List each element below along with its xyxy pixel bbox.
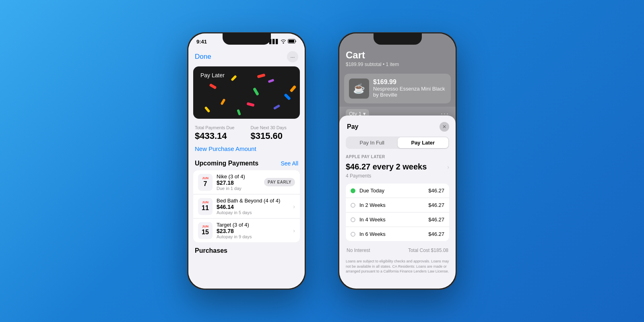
phone-2: Cart $189.99 subtotal • 1 item ☕ $169.99… <box>338 32 457 290</box>
item-info-bedbath: Bed Bath & Beyond (4 of 4) $46.14 Autopa… <box>217 198 289 215</box>
battery-icon <box>288 39 297 44</box>
month-target: JUN <box>202 225 208 228</box>
disclaimer-text: Loans are subject to eligibility checks … <box>346 259 449 274</box>
upcoming-title: Upcoming Payments <box>195 160 258 167</box>
apple-pay-logo: Pay <box>346 123 358 130</box>
payment-frequency: $46.27 every 2 weeks › <box>346 162 449 171</box>
item-sub-target: Autopay in 9 days <box>217 234 289 239</box>
tab-pay-in-full[interactable]: Pay In Full <box>347 137 398 148</box>
apple-pay-later-label: APPLE PAY LATER <box>346 155 449 159</box>
new-purchase-link[interactable]: New Purchase Amount <box>195 145 256 152</box>
payment-summary: Total Payments Due $433.14 Due Next 30 D… <box>188 124 305 145</box>
paylater-card[interactable]: Pay Later <box>193 66 300 119</box>
schedule-row-6w: In 6 Weeks $46.27 <box>346 227 449 241</box>
product-name: Nespresso Essenza Mini Black by Breville <box>373 86 446 98</box>
month-nike: JUN <box>202 176 208 180</box>
total-label: Total Payments Due <box>195 125 243 130</box>
notch-1 <box>223 33 271 45</box>
signal-icon: ▋▋▋ <box>269 39 279 44</box>
done-button[interactable]: Done <box>195 53 211 61</box>
phone-1-screen: 9:41 ▋▋▋ <box>188 33 305 289</box>
freq-chevron: › <box>447 164 449 170</box>
date-badge-bedbath: JUN 11 <box>198 198 213 215</box>
chevron-icon-target: › <box>293 227 295 234</box>
new-purchase-section: New Purchase Amount <box>188 145 305 157</box>
schedule-amount-today: $46.27 <box>428 188 444 194</box>
schedule-dot-2w <box>351 203 355 208</box>
total-cost-label: Total Cost $185.08 <box>408 248 448 253</box>
item-name-nike: Nike (3 of 4) <box>217 173 260 180</box>
schedule-label-6w: In 6 Weeks <box>359 231 424 237</box>
tab-selector: Pay In Full Pay Later <box>346 136 449 149</box>
month-bedbath: JUN <box>202 200 208 204</box>
svg-rect-1 <box>289 40 294 43</box>
nav-bar: Done ··· <box>188 48 305 66</box>
payment-item-target[interactable]: JUN 15 Target (3 of 4) $23.78 Autopay in… <box>193 219 300 242</box>
schedule-amount-6w: $46.27 <box>428 231 444 237</box>
item-info-target: Target (3 of 4) $23.78 Autopay in 9 days <box>217 222 289 239</box>
day-bedbath: 11 <box>202 204 209 212</box>
item-name-target: Target (3 of 4) <box>217 222 289 228</box>
payment-schedule: Due Today $46.27 In 2 Weeks $46.27 In 4 … <box>346 184 449 241</box>
freq-amount: $46.27 every 2 weeks <box>346 162 427 171</box>
cart-title: Cart <box>346 50 449 61</box>
date-badge-nike: JUN 7 <box>198 174 213 191</box>
schedule-dot-today <box>351 188 355 193</box>
phone-2-screen: Cart $189.99 subtotal • 1 item ☕ $169.99… <box>339 33 456 289</box>
schedule-row-4w: In 4 Weeks $46.27 <box>346 213 449 227</box>
phone-1: 9:41 ▋▋▋ <box>187 32 306 290</box>
pay-early-button[interactable]: PAY EARLY <box>264 178 295 186</box>
schedule-label-2w: In 2 Weeks <box>359 202 424 208</box>
apple-pay-text: Pay <box>347 123 358 130</box>
item-sub-bedbath: Autopay in 5 days <box>217 210 289 215</box>
status-icons-1: ▋▋▋ <box>269 39 297 44</box>
total-payments-col: Total Payments Due $433.14 <box>195 125 243 141</box>
tab-pay-later[interactable]: Pay Later <box>398 137 449 148</box>
see-all-button[interactable]: See All <box>281 160 298 167</box>
payment-list: JUN 7 Nike (3 of 4) $27.18 Due in 1 day … <box>193 170 300 242</box>
no-interest-label: No Interest <box>347 248 370 253</box>
ellipsis-icon: ··· <box>291 54 295 60</box>
cart-subtitle: $189.99 subtotal • 1 item <box>346 62 449 67</box>
schedule-row-2w: In 2 Weeks $46.27 <box>346 198 449 213</box>
close-button[interactable]: ✕ <box>440 122 449 132</box>
schedule-dot-6w <box>351 232 355 237</box>
product-price: $169.99 <box>373 78 446 86</box>
schedule-label-today: Due Today <box>359 188 424 194</box>
schedule-amount-2w: $46.27 <box>428 202 444 208</box>
schedule-amount-4w: $46.27 <box>428 217 444 223</box>
schedule-row-today: Due Today $46.27 <box>346 184 449 198</box>
date-badge-target: JUN 15 <box>198 222 213 239</box>
chevron-icon-bedbath: › <box>293 203 295 210</box>
notch-2 <box>374 33 422 45</box>
item-sub-nike: Due in 1 day <box>217 186 260 191</box>
due-next-col: Due Next 30 Days $315.60 <box>251 125 299 141</box>
apple-pay-sheet: Pay ✕ Pay In Full Pay Later APPLE PAY LA… <box>339 116 456 289</box>
day-nike: 7 <box>204 180 207 188</box>
payment-item-bedbath[interactable]: JUN 11 Bed Bath & Beyond (4 of 4) $46.14… <box>193 194 300 219</box>
payment-item-nike[interactable]: JUN 7 Nike (3 of 4) $27.18 Due in 1 day … <box>193 170 300 194</box>
confetti-container <box>193 66 300 119</box>
wifi-icon <box>281 39 286 44</box>
item-amount-target: $23.78 <box>217 228 289 234</box>
due-amount: $315.60 <box>251 131 299 141</box>
cart-item: ☕ $169.99 Nespresso Essenza Mini Black b… <box>344 74 451 103</box>
sheet-header: Pay ✕ <box>346 122 449 132</box>
schedule-label-4w: In 4 Weeks <box>359 217 424 223</box>
close-icon: ✕ <box>442 124 446 130</box>
item-amount-nike: $27.18 <box>217 180 260 186</box>
freq-sub: 4 Payments <box>346 173 449 179</box>
product-icon: ☕ <box>353 83 365 94</box>
more-button[interactable]: ··· <box>287 51 298 62</box>
product-info: $169.99 Nespresso Essenza Mini Black by … <box>373 78 446 98</box>
item-name-bedbath: Bed Bath & Beyond (4 of 4) <box>217 198 289 204</box>
item-info-nike: Nike (3 of 4) $27.18 Due in 1 day <box>217 173 260 191</box>
purchases-title: Purchases <box>188 242 305 256</box>
status-time-1: 9:41 <box>196 39 207 45</box>
schedule-dot-4w <box>351 217 355 222</box>
upcoming-header: Upcoming Payments See All <box>188 157 305 170</box>
item-amount-bedbath: $46.14 <box>217 204 289 210</box>
total-amount: $433.14 <box>195 131 243 141</box>
no-interest-row: No Interest Total Cost $185.08 <box>346 245 449 256</box>
phone1-content: Done ··· Pay Later Total Payments Due $4… <box>188 48 305 289</box>
